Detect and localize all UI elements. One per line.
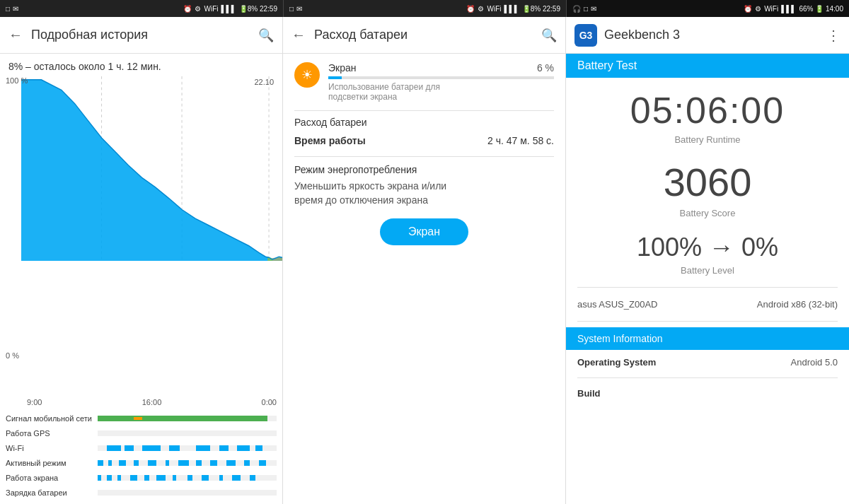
- usage-bar-track: [328, 76, 554, 79]
- status-icons-left3: 🎧 □ ✉: [572, 5, 596, 13]
- settings-icon2: ⚙: [478, 5, 484, 13]
- search-icon-p1[interactable]: 🔍: [258, 28, 274, 43]
- wifi-icon: WiFi: [204, 5, 218, 13]
- runtime-row: Время работы 2 ч. 47 м. 58 с.: [294, 132, 554, 149]
- battery-score-label: Battery Score: [577, 208, 838, 218]
- activity-label-screen: Работа экрана: [6, 474, 98, 482]
- geekbench-icon: G3: [574, 24, 597, 47]
- alarm-icon3: ⏰: [744, 5, 752, 13]
- battery-runtime-label: Battery Runtime: [577, 134, 838, 145]
- panel2-title: Расход батареи: [314, 28, 533, 42]
- battery-chart-svg: [21, 76, 282, 281]
- activity-label-mobile: Сигнал мобильной сети: [6, 414, 98, 423]
- wifi-icon2: WiFi: [487, 5, 501, 13]
- geekbench-app-bar: G3 Geekbench 3 ⋮: [566, 17, 849, 54]
- headphone-icon: 🎧: [572, 5, 581, 13]
- usage-percent: 6 %: [537, 62, 554, 74]
- gb-divider2: [577, 321, 838, 322]
- panel1-title: Подробная история: [31, 28, 250, 42]
- activity-track-active: [98, 460, 277, 466]
- chart-y-top: 100 %: [6, 76, 28, 85]
- screen-button[interactable]: Экран: [380, 218, 468, 245]
- activity-row-screen: Работа экрана: [6, 471, 277, 484]
- divider1: [294, 110, 554, 111]
- status-icons-right3: ⏰ ⚙ WiFi ▌▌▌ Android x86 (32-bit) 66% 🔋 …: [744, 5, 843, 13]
- battery-level-display: 100% → 0%: [577, 233, 838, 262]
- os-label: Operating System: [577, 357, 656, 368]
- activity-track-gps: [98, 430, 277, 436]
- geekbench-content: 05:06:00 Battery Runtime 3060 Battery Sc…: [566, 78, 849, 504]
- usage-bar-fill: [328, 76, 342, 79]
- mail-icon2: ✉: [296, 5, 302, 13]
- signal-icon: ▌▌▌: [221, 5, 236, 13]
- sys-info-bar: System Information: [566, 327, 849, 350]
- back-button-p2[interactable]: ←: [291, 27, 306, 43]
- battery-subtitle: 8% – осталось около 1 ч. 12 мин.: [0, 54, 282, 76]
- usage-name: Экран: [328, 62, 531, 74]
- activity-track-wifi: [98, 445, 277, 451]
- time-label-3: 0:00: [262, 398, 277, 406]
- status-bar-panel2: □ ✉ ⏰ ⚙ WiFi ▌▌▌ 🔋8% 22:59: [283, 0, 566, 17]
- os-row: Operating System Android 5.0: [577, 353, 838, 372]
- battery-test-label: Battery Test: [577, 59, 637, 71]
- alarm-icon: ⏰: [183, 5, 192, 13]
- battery-label1: 🔋8% 22:59: [239, 5, 277, 13]
- panel-geekbench: G3 Geekbench 3 ⋮ Battery Test 05:06:00 B…: [566, 17, 849, 504]
- status-bar-panel1: □ ✉ ⏰ ⚙ WiFi ▌▌▌ 🔋8% 22:59: [0, 0, 283, 17]
- activity-track-mobile: [98, 416, 277, 421]
- energy-mode-title: Режим энергопотребления: [294, 164, 554, 175]
- search-icon-p2[interactable]: 🔍: [541, 28, 557, 43]
- time-label-2: 16:00: [142, 398, 162, 406]
- activity-row-active: Активный режим: [6, 457, 277, 469]
- settings-icon: ⚙: [195, 5, 201, 13]
- device-name: asus ASUS_Z00AD: [577, 299, 657, 310]
- main-panels: ← Подробная история 🔍 8% – осталось окол…: [0, 17, 849, 504]
- signal-icon3: ▌▌▌: [781, 5, 796, 13]
- usage-detail: Экран 6 % Использование батареи дляподсв…: [328, 62, 554, 102]
- time-label-1: 9:00: [27, 398, 42, 406]
- runtime-label: Время работы: [294, 135, 366, 146]
- status-icons-right2: ⏰ ⚙ WiFi ▌▌▌ 🔋8% 22:59: [466, 5, 560, 13]
- activity-bars-container: Сигнал мобильной сети Работа GPS Wi-Fi: [0, 409, 282, 504]
- mail-icon: ✉: [13, 5, 18, 13]
- chart-y-labels: 100 % 0 %: [6, 76, 28, 374]
- status-icons-left1: □ ✉: [6, 5, 18, 13]
- panel-battery-history: ← Подробная история 🔍 8% – осталось окол…: [0, 17, 283, 504]
- usage-section-title: Расход батареи: [294, 117, 554, 128]
- activity-track-charge: [98, 490, 277, 496]
- alarm-icon2: ⏰: [466, 5, 475, 13]
- sim-icon3: □: [584, 5, 588, 13]
- usage-bar-row: Экран 6 %: [328, 62, 554, 74]
- activity-label-gps: Работа GPS: [6, 429, 98, 438]
- os-value: Android 5.0: [791, 357, 838, 368]
- battery-score-display: 3060: [577, 159, 838, 205]
- battery-label2: 🔋8% 22:59: [522, 5, 560, 13]
- battery-test-bar: Battery Test: [566, 54, 849, 78]
- activity-label-active: Активный режим: [6, 459, 98, 467]
- mail-icon3: ✉: [591, 5, 596, 13]
- device-arch: Android x86 (32-bit): [757, 299, 838, 310]
- activity-label-wifi: Wi-Fi: [6, 444, 98, 452]
- sim-icon2: □: [289, 5, 294, 13]
- wifi-icon3: WiFi: [764, 5, 778, 13]
- chart-time-labels: 9:00 16:00 0:00: [21, 395, 282, 409]
- build-label: Build: [577, 388, 601, 399]
- geekbench-app-title: Geekbench 3: [604, 28, 819, 42]
- battery-chart-container: 100 % 0 % 22.10: [0, 76, 282, 395]
- usage-item-screen: ☀ Экран 6 % Использование батареи дляпод…: [294, 62, 554, 102]
- runtime-value: 2 ч. 47 м. 58 с.: [487, 135, 554, 146]
- panel-battery-usage: ← Расход батареи 🔍 ☀ Экран 6 % Использов…: [283, 17, 566, 504]
- divider2: [294, 156, 554, 157]
- usage-desc: Использование батареи дляподсветки экран…: [328, 82, 554, 102]
- battery-percent3: 66% 🔋 14:00: [799, 5, 843, 13]
- build-row: Build: [577, 384, 838, 403]
- activity-row-wifi: Wi-Fi: [6, 442, 277, 455]
- status-bar-panel3: 🎧 □ ✉ ⏰ ⚙ WiFi ▌▌▌ Android x86 (32-bit) …: [566, 0, 849, 17]
- battery-time-display: 05:06:00: [577, 89, 838, 131]
- menu-icon[interactable]: ⋮: [826, 27, 841, 44]
- panel2-header: ← Расход батареи 🔍: [283, 17, 565, 54]
- device-info-row: asus ASUS_Z00AD Android x86 (32-bit): [577, 293, 838, 315]
- back-button-p1[interactable]: ←: [8, 27, 23, 43]
- status-icons-right1: ⏰ ⚙ WiFi ▌▌▌ 🔋8% 22:59: [183, 5, 277, 13]
- activity-row-mobile: Сигнал мобильной сети: [6, 412, 277, 425]
